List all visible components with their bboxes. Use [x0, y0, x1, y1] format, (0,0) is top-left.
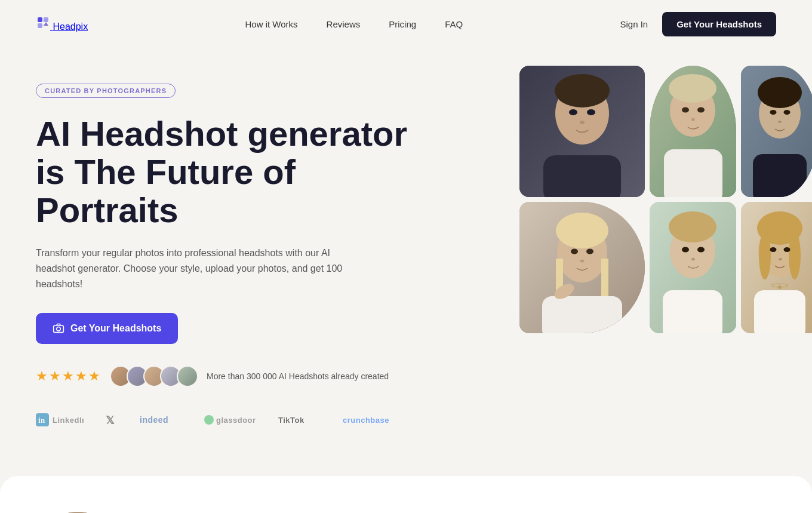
nav-how-it-works[interactable]: How it Works [245, 19, 298, 29]
svg-rect-0 [38, 17, 42, 22]
hero-title: AI Headshot generator is The Future of P… [36, 115, 430, 229]
svg-point-35 [778, 121, 782, 123]
hero-photo-5 [650, 202, 736, 333]
svg-rect-18 [543, 155, 621, 197]
svg-point-60 [784, 247, 791, 252]
avatar-group [110, 365, 198, 387]
logo-icon [36, 21, 53, 32]
svg-text:crunchbase: crunchbase [343, 416, 389, 425]
svg-point-24 [669, 74, 716, 103]
nav-right: Sign In Get Your Headshots [620, 12, 776, 36]
crunchbase-logo: crunchbase [343, 413, 396, 428]
glassdoor-logo: glassdoor [203, 413, 257, 428]
svg-point-44 [580, 260, 585, 263]
svg-text:in: in [38, 416, 45, 425]
svg-rect-32 [753, 154, 807, 197]
sign-in-link[interactable]: Sign In [620, 19, 648, 29]
svg-point-17 [555, 74, 610, 107]
svg-point-50 [682, 247, 689, 253]
svg-point-20 [587, 109, 595, 115]
svg-text:TikTok: TikTok [278, 416, 304, 425]
nav-reviews[interactable]: Reviews [327, 19, 361, 29]
tiktok-logo: TikTok [278, 413, 321, 428]
svg-point-52 [691, 258, 695, 261]
navbar: Headpix How it Works Reviews Pricing FAQ… [0, 0, 812, 48]
svg-rect-49 [663, 290, 722, 333]
linkedin-logo: in LinkedIn [36, 413, 84, 428]
svg-point-5 [57, 327, 61, 331]
proof-text: More than 300 000 AI Headshots already c… [207, 371, 389, 381]
svg-point-33 [770, 110, 777, 115]
svg-text:glassdoor: glassdoor [216, 416, 256, 425]
svg-point-59 [770, 247, 777, 252]
logo[interactable]: Headpix [36, 16, 88, 32]
svg-rect-1 [44, 17, 48, 22]
nav-cta-button[interactable]: Get Your Headshots [662, 12, 776, 36]
svg-point-43 [586, 249, 593, 254]
twitter-logo: 𝕏 [105, 413, 118, 428]
star-rating: ★★★★★ [36, 368, 102, 384]
svg-point-57 [789, 232, 801, 279]
svg-point-19 [569, 109, 577, 115]
hero-content: CURATED BY PHOTOGRAPHERS AI Headshot gen… [36, 72, 430, 428]
svg-point-28 [691, 118, 695, 121]
svg-rect-58 [754, 290, 805, 333]
hero-photo-1 [519, 66, 645, 197]
bottom-section: Examples of Generated AI Headshots [0, 476, 812, 513]
nav-links: How it Works Reviews Pricing FAQ [245, 19, 463, 29]
curator-badge: CURATED BY PHOTOGRAPHERS [36, 84, 176, 98]
logo-text: Headpix [53, 21, 88, 32]
hero-description: Transform your regular photos into profe… [36, 245, 370, 291]
svg-point-38 [556, 213, 608, 248]
svg-point-51 [697, 247, 705, 253]
svg-point-42 [571, 249, 578, 254]
nav-pricing[interactable]: Pricing [389, 19, 416, 29]
avatar-5 [177, 365, 198, 387]
svg-text:LinkedIn: LinkedIn [53, 416, 84, 425]
partner-logos: in LinkedIn 𝕏 indeed glassdoor [36, 413, 430, 428]
camera-icon [53, 322, 64, 334]
hero-photo-2 [650, 66, 736, 197]
hero-section: CURATED BY PHOTOGRAPHERS AI Headshot gen… [0, 48, 812, 464]
svg-marker-3 [44, 22, 48, 26]
svg-point-61 [779, 258, 782, 260]
hero-cta-button[interactable]: Get Your Headshots [36, 313, 178, 344]
svg-point-31 [758, 77, 802, 108]
hero-photo-6 [741, 202, 812, 333]
hero-photo-4 [519, 202, 645, 333]
svg-point-26 [682, 107, 689, 113]
svg-rect-25 [664, 149, 722, 197]
hero-photo-grid [513, 60, 812, 454]
svg-text:indeed: indeed [140, 415, 168, 425]
svg-point-63 [778, 285, 782, 289]
svg-point-27 [697, 107, 705, 113]
hero-photo-3 [741, 66, 812, 197]
indeed-logo: indeed [140, 413, 182, 428]
svg-rect-41 [542, 296, 622, 333]
svg-point-56 [759, 232, 771, 279]
svg-rect-2 [38, 23, 42, 28]
svg-point-34 [784, 110, 791, 115]
svg-point-48 [669, 211, 716, 242]
social-proof: ★★★★★ More than 300 000 AI Headshots alr… [36, 365, 430, 387]
svg-point-21 [580, 121, 585, 124]
svg-text:𝕏: 𝕏 [106, 414, 115, 426]
svg-point-11 [204, 415, 214, 425]
nav-faq[interactable]: FAQ [445, 19, 463, 29]
